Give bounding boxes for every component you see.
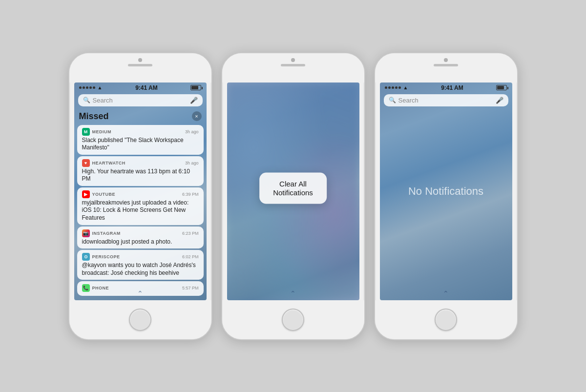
app-icon-youtube: ▶ xyxy=(82,190,90,198)
notif-card-header-medium: M MEDIUM 3h ago xyxy=(82,128,199,136)
camera-3 xyxy=(444,58,448,62)
notif-body-periscope: @kayvon wants you to watch José Andrés's… xyxy=(82,262,199,277)
phones-container: ▲ 9:41 AM 🔍 Search 🎤 Missed × xyxy=(68,52,518,340)
status-left-3: ▲ xyxy=(385,85,408,90)
bottom-bezel-1 xyxy=(69,300,211,339)
battery-icon-3 xyxy=(496,85,507,90)
notif-card-header-periscope: ⊙ PERISCOPE 6:02 PM xyxy=(82,253,199,261)
home-button-2[interactable] xyxy=(282,309,304,331)
dot2 xyxy=(83,86,85,89)
app-icon-medium: M xyxy=(82,128,90,136)
app-name-youtube: YOUTUBE xyxy=(92,192,116,197)
dot4 xyxy=(89,86,92,89)
mic-icon-3[interactable]: 🎤 xyxy=(496,97,503,104)
app-name-heartwatch: HEARTWATCH xyxy=(92,161,126,165)
screen-1: ▲ 9:41 AM 🔍 Search 🎤 Missed × xyxy=(74,83,207,300)
top-bezel-3 xyxy=(375,53,517,83)
wifi-icon-3: ▲ xyxy=(403,85,408,90)
status-left-1: ▲ xyxy=(79,85,103,90)
app-icon-heartwatch: ♥ xyxy=(82,159,90,167)
notif-card-header-youtube: ▶ YOUTUBE 6:39 PM xyxy=(82,190,199,198)
notif-time-heartwatch: 3h ago xyxy=(185,161,199,165)
iphone-3: ▲ 9:41 AM 🔍 Search 🎤 No Notifications ⌃ xyxy=(374,52,518,340)
speaker-2 xyxy=(281,64,305,66)
clear-all-text: Clear All Notifications xyxy=(273,179,313,196)
dot3-5 xyxy=(398,86,401,89)
app-icon-instagram: 📷 xyxy=(82,229,90,237)
top-bezel-1 xyxy=(69,53,211,83)
no-notifications-text: No Notifications xyxy=(408,185,483,198)
search-placeholder-3: Search xyxy=(398,97,493,104)
screen-blurred-2: Clear All Notifications ⌃ xyxy=(227,83,359,300)
notif-time-medium: 3h ago xyxy=(185,129,199,134)
dot5 xyxy=(93,86,95,89)
dot3-4 xyxy=(395,86,398,89)
notif-body-heartwatch: High. Your heartrate was 113 bpm at 6:10… xyxy=(82,168,199,183)
status-bar-3: ▲ 9:41 AM xyxy=(380,83,512,92)
search-bar-1[interactable]: 🔍 Search 🎤 xyxy=(78,94,203,106)
notif-body-instagram: idownloadblog just posted a photo. xyxy=(82,238,199,246)
swipe-chevron-2: ⌃ xyxy=(290,289,296,297)
notif-time-youtube: 6:39 PM xyxy=(182,192,199,197)
battery-icon-1 xyxy=(190,85,201,90)
home-button-1[interactable] xyxy=(129,309,151,331)
notif-header-1: Missed × xyxy=(74,109,207,124)
notif-time-instagram: 6:23 PM xyxy=(182,231,199,236)
signal-dots-3 xyxy=(385,86,401,89)
notif-card-periscope[interactable]: ⊙ PERISCOPE 6:02 PM @kayvon wants you to… xyxy=(77,250,204,280)
app-name-phone: PHONE xyxy=(92,286,109,290)
dot3-3 xyxy=(392,86,394,89)
app-name-periscope: PERISCOPE xyxy=(92,254,120,259)
swipe-indicator-1: ⌃ xyxy=(137,289,143,297)
bottom-bezel-3 xyxy=(375,300,517,339)
camera-1 xyxy=(138,58,142,62)
notif-card-medium[interactable]: M MEDIUM 3h ago Slack published "The Sla… xyxy=(77,125,204,155)
app-name-instagram: INSTAGRAM xyxy=(92,231,121,236)
swipe-chevron-3: ⌃ xyxy=(443,289,449,297)
status-time-1: 9:41 AM xyxy=(135,84,158,91)
clear-all-popup[interactable]: Clear All Notifications xyxy=(259,172,327,204)
notif-card-header-heartwatch: ♥ HEARTWATCH 3h ago xyxy=(82,159,199,167)
app-info-heartwatch: ♥ HEARTWATCH xyxy=(82,159,126,167)
search-icon-1: 🔍 xyxy=(83,97,90,103)
notif-time-periscope: 6:02 PM xyxy=(182,254,199,259)
clear-x-button-1[interactable]: × xyxy=(192,111,202,121)
dot3 xyxy=(86,86,88,89)
notif-title-1: Missed xyxy=(79,111,109,122)
bottom-bezel-2 xyxy=(222,300,364,339)
notif-card-youtube[interactable]: ▶ YOUTUBE 6:39 PM myjailbreakmovies just… xyxy=(77,187,204,225)
notif-body-youtube: myjailbreakmovies just uploaded a video:… xyxy=(82,199,199,222)
status-time-3: 9:41 AM xyxy=(441,84,463,91)
app-info-instagram: 📷 INSTAGRAM xyxy=(82,229,121,237)
search-bar-3[interactable]: 🔍 Search 🎤 xyxy=(384,94,508,106)
notif-card-heartwatch[interactable]: ♥ HEARTWATCH 3h ago High. Your heartrate… xyxy=(77,156,204,186)
status-right-3 xyxy=(496,85,507,90)
home-button-3[interactable] xyxy=(435,309,457,331)
speaker-1 xyxy=(128,64,152,66)
notif-body-medium: Slack published "The Slack Workspace Man… xyxy=(82,137,199,152)
app-icon-phone: 📞 xyxy=(82,284,90,292)
search-icon-3: 🔍 xyxy=(389,97,396,103)
swipe-indicator-3: ⌃ xyxy=(443,289,449,297)
app-icon-periscope: ⊙ xyxy=(82,253,90,261)
app-info-medium: M MEDIUM xyxy=(82,128,112,136)
dot3-1 xyxy=(385,86,387,89)
notif-card-instagram[interactable]: 📷 INSTAGRAM 6:23 PM idownloadblog just p… xyxy=(77,227,204,249)
notif-time-phone: 5:57 PM xyxy=(182,286,199,290)
app-name-medium: MEDIUM xyxy=(92,129,112,134)
speaker-3 xyxy=(434,64,458,66)
status-bar-1: ▲ 9:41 AM xyxy=(74,83,207,92)
dot1 xyxy=(79,86,82,89)
camera-2 xyxy=(291,58,295,62)
status-right-1 xyxy=(190,85,201,90)
dot3-2 xyxy=(388,86,391,89)
app-info-youtube: ▶ YOUTUBE xyxy=(82,190,116,198)
signal-dots-1 xyxy=(79,86,95,89)
iphone-2: Clear All Notifications ⌃ xyxy=(221,52,365,340)
battery-fill-3 xyxy=(497,86,504,89)
search-placeholder-1: Search xyxy=(93,97,188,104)
iphone-1: ▲ 9:41 AM 🔍 Search 🎤 Missed × xyxy=(68,52,212,340)
top-bezel-2 xyxy=(222,53,364,83)
swipe-indicator-2: ⌃ xyxy=(290,289,296,297)
mic-icon-1[interactable]: 🎤 xyxy=(190,97,198,104)
